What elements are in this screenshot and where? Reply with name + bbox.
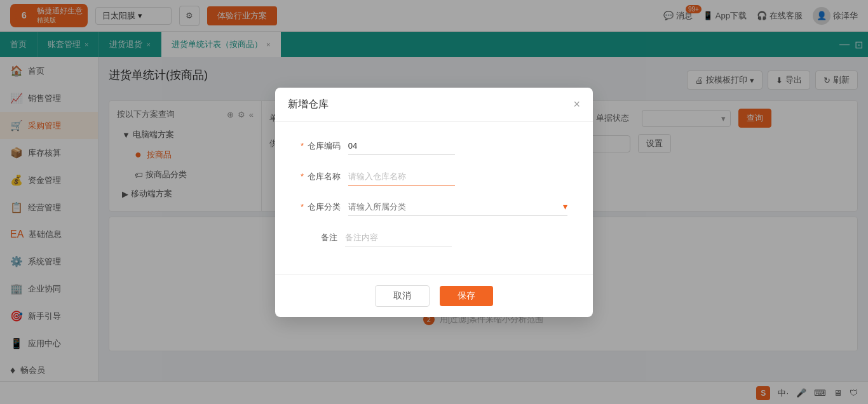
- remark-input[interactable]: [345, 229, 452, 246]
- required-marker: *: [301, 172, 304, 181]
- dialog-footer: 取消 保存: [275, 274, 593, 317]
- modal-overlay: 新增仓库 × * 仓库编码 * 仓库名称: [0, 0, 868, 404]
- category-select-input[interactable]: [348, 198, 563, 215]
- form-row-category: * 仓库分类 ▾: [301, 198, 567, 216]
- name-label: * 仓库名称: [301, 171, 348, 182]
- code-label: * 仓库编码: [301, 140, 348, 152]
- form-row-name: * 仓库名称: [301, 168, 567, 185]
- category-select-wrap: ▾: [348, 198, 567, 216]
- dialog-close-button[interactable]: ×: [573, 98, 580, 110]
- form-row-remark: 备注: [301, 229, 567, 246]
- cancel-button[interactable]: 取消: [375, 285, 430, 307]
- remark-label: 备注: [301, 232, 345, 243]
- name-input[interactable]: [348, 168, 455, 185]
- category-arrow-icon[interactable]: ▾: [563, 201, 567, 212]
- add-warehouse-dialog: 新增仓库 × * 仓库编码 * 仓库名称: [275, 88, 593, 317]
- form-row-code: * 仓库编码: [301, 137, 567, 155]
- required-marker: *: [301, 202, 304, 212]
- remark-input-wrap: [345, 229, 567, 246]
- code-input-wrap: [348, 137, 567, 155]
- category-label: * 仓库分类: [301, 201, 348, 213]
- dialog-title: 新增仓库: [288, 98, 329, 111]
- dialog-header: 新增仓库 ×: [275, 88, 593, 122]
- name-input-wrap: [348, 168, 567, 185]
- dialog-body: * 仓库编码 * 仓库名称 *: [275, 122, 593, 274]
- code-input[interactable]: [348, 137, 455, 155]
- required-marker: *: [301, 141, 304, 151]
- save-button[interactable]: 保存: [440, 286, 493, 306]
